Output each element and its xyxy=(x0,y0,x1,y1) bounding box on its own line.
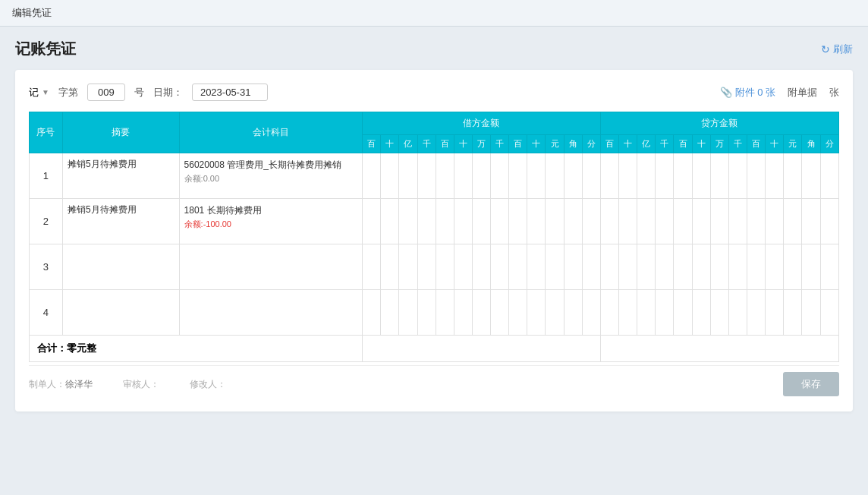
debit-cell-11[interactable] xyxy=(564,199,582,244)
save-button[interactable]: 保存 xyxy=(783,372,839,396)
credit-cell-6[interactable] xyxy=(710,153,728,199)
debit-cell-12[interactable] xyxy=(582,244,600,290)
credit-cell-5[interactable] xyxy=(692,290,710,336)
credit-cell-2[interactable] xyxy=(637,290,656,336)
credit-cell-9[interactable] xyxy=(766,290,784,336)
credit-cell-2[interactable] xyxy=(637,244,656,290)
credit-cell-5[interactable] xyxy=(692,244,710,290)
debit-cell-3[interactable] xyxy=(417,290,436,336)
credit-cell-11[interactable] xyxy=(802,290,820,336)
credit-cell-2[interactable] xyxy=(637,153,656,199)
credit-cell-5[interactable] xyxy=(692,153,710,199)
debit-cell-11[interactable] xyxy=(564,244,582,290)
debit-cell-7[interactable] xyxy=(491,199,509,244)
credit-cell-9[interactable] xyxy=(766,153,784,199)
debit-cell-5[interactable] xyxy=(454,153,472,199)
debit-cell-4[interactable] xyxy=(436,290,454,336)
debit-cell-9[interactable] xyxy=(527,153,546,199)
debit-cell-7[interactable] xyxy=(491,153,509,199)
credit-cell-11[interactable] xyxy=(802,199,820,244)
credit-cell-1[interactable] xyxy=(619,199,637,244)
debit-cell-2[interactable] xyxy=(399,244,417,290)
debit-cell-8[interactable] xyxy=(509,244,527,290)
credit-cell-10[interactable] xyxy=(784,153,802,199)
credit-cell-4[interactable] xyxy=(674,290,692,336)
debit-cell-9[interactable] xyxy=(527,199,546,244)
credit-cell-12[interactable] xyxy=(820,244,838,290)
credit-cell-10[interactable] xyxy=(784,244,802,290)
debit-cell-4[interactable] xyxy=(436,153,454,199)
debit-cell-5[interactable] xyxy=(454,244,472,290)
credit-cell-4[interactable] xyxy=(674,244,692,290)
credit-cell-7[interactable] xyxy=(728,290,747,336)
debit-cell-12[interactable] xyxy=(582,199,600,244)
row-account[interactable]: 56020008 管理费用_长期待摊费用摊销余额:0.00 xyxy=(179,153,363,199)
type-select[interactable]: 记 ▼ xyxy=(29,86,49,99)
credit-cell-6[interactable] xyxy=(710,290,728,336)
debit-cell-4[interactable] xyxy=(436,199,454,244)
debit-cell-1[interactable] xyxy=(381,153,399,199)
debit-cell-0[interactable] xyxy=(363,153,381,199)
credit-cell-6[interactable] xyxy=(710,199,728,244)
debit-cell-0[interactable] xyxy=(363,199,381,244)
debit-cell-5[interactable] xyxy=(454,290,472,336)
debit-cell-5[interactable] xyxy=(454,199,472,244)
credit-cell-11[interactable] xyxy=(802,153,820,199)
debit-cell-1[interactable] xyxy=(381,290,399,336)
credit-cell-8[interactable] xyxy=(747,290,766,336)
debit-cell-4[interactable] xyxy=(436,244,454,290)
voucher-number-field[interactable]: 009 xyxy=(87,84,125,101)
credit-cell-8[interactable] xyxy=(747,153,766,199)
credit-cell-9[interactable] xyxy=(766,199,784,244)
table-row[interactable]: 1摊销5月待摊费用56020008 管理费用_长期待摊费用摊销余额:0.00 xyxy=(30,153,839,199)
debit-cell-2[interactable] xyxy=(399,153,417,199)
credit-cell-12[interactable] xyxy=(820,153,838,199)
credit-cell-9[interactable] xyxy=(766,244,784,290)
credit-cell-4[interactable] xyxy=(674,199,692,244)
credit-cell-7[interactable] xyxy=(728,199,747,244)
table-row[interactable]: 3 xyxy=(30,244,839,290)
debit-cell-7[interactable] xyxy=(491,290,509,336)
debit-cell-10[interactable] xyxy=(546,153,564,199)
credit-cell-10[interactable] xyxy=(784,199,802,244)
credit-cell-5[interactable] xyxy=(692,199,710,244)
debit-cell-3[interactable] xyxy=(417,199,436,244)
credit-cell-0[interactable] xyxy=(600,244,618,290)
table-row[interactable]: 4 xyxy=(30,290,839,336)
credit-cell-1[interactable] xyxy=(619,153,637,199)
credit-cell-3[interactable] xyxy=(656,199,674,244)
credit-cell-0[interactable] xyxy=(600,290,618,336)
debit-cell-10[interactable] xyxy=(546,244,564,290)
debit-cell-12[interactable] xyxy=(582,290,600,336)
debit-cell-2[interactable] xyxy=(399,290,417,336)
debit-cell-0[interactable] xyxy=(363,244,381,290)
debit-cell-6[interactable] xyxy=(472,199,490,244)
debit-cell-9[interactable] xyxy=(527,244,546,290)
debit-cell-12[interactable] xyxy=(582,153,600,199)
debit-cell-10[interactable] xyxy=(546,199,564,244)
row-account[interactable]: 1801 长期待摊费用余额:-100.00 xyxy=(179,199,363,244)
debit-cell-1[interactable] xyxy=(381,199,399,244)
credit-cell-7[interactable] xyxy=(728,244,747,290)
debit-cell-3[interactable] xyxy=(417,244,436,290)
row-account[interactable] xyxy=(179,244,363,290)
debit-cell-8[interactable] xyxy=(509,199,527,244)
debit-cell-11[interactable] xyxy=(564,290,582,336)
credit-cell-3[interactable] xyxy=(656,290,674,336)
row-summary[interactable]: 摊销5月待摊费用 xyxy=(62,153,179,199)
debit-cell-0[interactable] xyxy=(363,290,381,336)
debit-cell-6[interactable] xyxy=(472,153,490,199)
credit-cell-4[interactable] xyxy=(674,153,692,199)
credit-cell-7[interactable] xyxy=(728,153,747,199)
debit-cell-2[interactable] xyxy=(399,199,417,244)
credit-cell-3[interactable] xyxy=(656,153,674,199)
credit-cell-11[interactable] xyxy=(802,244,820,290)
refresh-button[interactable]: ↻ 刷新 xyxy=(821,43,853,56)
credit-cell-8[interactable] xyxy=(747,244,766,290)
debit-cell-3[interactable] xyxy=(417,153,436,199)
credit-cell-8[interactable] xyxy=(747,199,766,244)
debit-cell-9[interactable] xyxy=(527,290,546,336)
credit-cell-12[interactable] xyxy=(820,290,838,336)
debit-cell-10[interactable] xyxy=(546,290,564,336)
credit-cell-0[interactable] xyxy=(600,153,618,199)
